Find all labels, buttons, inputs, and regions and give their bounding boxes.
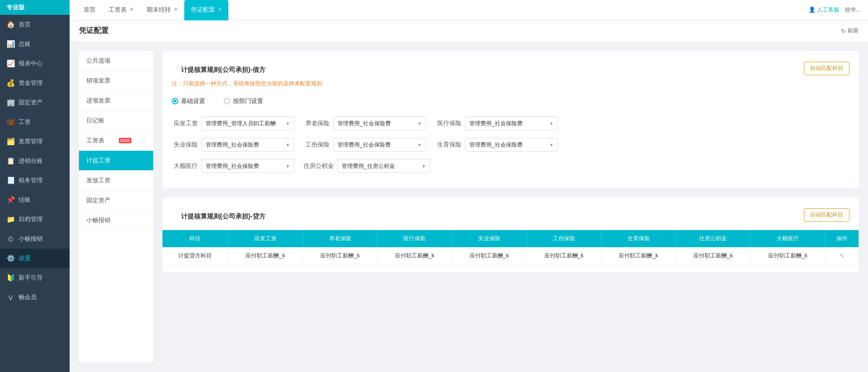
sidebar-item-invoice-management[interactable]: 🗂️发票管理 xyxy=(0,132,70,151)
form-field-gsbx: 工伤保险 管理费用_社会保险费 ▼ xyxy=(304,138,426,152)
tab-voucher-config[interactable]: 凭证配置 ✕ xyxy=(184,0,228,20)
form-field-sybx2: 生育保险 管理费用_社会保险费 ▼ xyxy=(435,138,558,152)
left-nav-label-accrued-salary: 计提工资 xyxy=(86,156,110,165)
sidebar-item-purchase-sales[interactable]: 📋进销台账 xyxy=(0,151,70,171)
td-7: 应付职工薪酬_k xyxy=(676,247,751,265)
sidebar-label-salary: 工资 xyxy=(19,118,31,126)
sidebar-label-report-center: 报表中心 xyxy=(19,59,43,68)
general-ledger-icon: 📊 xyxy=(6,40,15,48)
credit-auto-match-button[interactable]: 自动匹配科目 xyxy=(804,208,849,222)
page-title: 凭证配置 xyxy=(79,26,109,36)
th-工伤保险: 工伤保险 xyxy=(527,230,602,247)
sidebar-item-xiao-chang-expense[interactable]: ©小畅报销 xyxy=(0,229,70,249)
radio-dept-setup[interactable]: 按部门设置 xyxy=(224,97,263,105)
sidebar: 专业版 🏠首页📊总账📈报表中心💰资金管理🏢固定资产💼工资🗂️发票管理📋进销台账🧾… xyxy=(0,0,70,372)
form-select-sybx2[interactable]: 管理费用_社会保险费 ▼ xyxy=(465,138,558,152)
form-select-value-ylbx: 管理费用_社会保险费 xyxy=(337,120,391,128)
sidebar-item-settings[interactable]: ⚙️设置 xyxy=(0,249,70,268)
left-nav-item-sales-invoice[interactable]: 销项发票 xyxy=(79,71,153,91)
radio-basic-circle xyxy=(172,98,178,104)
form-select-yfgz[interactable]: 管理费用_管理人员职工薪酬 ▼ xyxy=(201,116,294,130)
sidebar-label-home: 首页 xyxy=(19,20,31,29)
refresh-button[interactable]: ↻ 刷新 xyxy=(841,27,859,35)
chevron-down-icon-ylbx2: ▼ xyxy=(549,121,554,126)
sidebar-item-salary[interactable]: 💼工资 xyxy=(0,112,70,132)
form-select-sybx[interactable]: 管理费用_社会保险费 ▼ xyxy=(201,138,294,152)
report-center-icon: 📈 xyxy=(6,59,15,68)
form-field-daly: 大额医疗 管理费用_社会保险费 ▼ xyxy=(172,159,294,173)
sidebar-label-fixed-assets: 固定资产 xyxy=(19,98,43,107)
debit-form-rows: 应发工资 管理费用_管理人员职工薪酬 ▼ 养老保险 管理费用_社会保险费 ▼ 医… xyxy=(162,113,859,188)
form-select-daly[interactable]: 管理费用_社会保险费 ▼ xyxy=(201,159,294,173)
form-label-sybx: 失业保险 xyxy=(172,141,198,149)
left-nav-label-fixed-assets: 固定资产 xyxy=(86,196,110,205)
left-nav-item-xiao-chang-expense[interactable]: 小畅报销 xyxy=(79,211,153,231)
tab-period-close[interactable]: 期末结转 ✕ xyxy=(140,0,184,20)
sidebar-item-fund-management[interactable]: 💰资金管理 xyxy=(0,73,70,93)
sidebar-item-fixed-assets[interactable]: 🏢固定资产 xyxy=(0,93,70,112)
sidebar-label-archive-management: 归档管理 xyxy=(19,215,43,224)
edit-icon[interactable]: ✎ xyxy=(840,253,844,259)
customer-service-link[interactable]: 👤 人工客服 xyxy=(809,6,839,14)
credit-section-title: 计提核算规则(公司承担)-贷方 xyxy=(172,205,275,224)
form-label-ylbx2: 医疗保险 xyxy=(435,119,461,128)
left-nav-item-public-options[interactable]: 公共选项 xyxy=(79,51,153,71)
sidebar-label-general-ledger: 总账 xyxy=(19,40,31,48)
tab-close-voucher-config[interactable]: ✕ xyxy=(218,6,222,13)
left-nav-item-fixed-assets[interactable]: 固定资产 xyxy=(79,191,153,211)
th-生育保险: 生育保险 xyxy=(601,230,676,247)
tab-close-period-close[interactable]: ✕ xyxy=(174,6,178,13)
tab-close-salary-table[interactable]: ✕ xyxy=(130,6,134,13)
tax-management-icon: 🧾 xyxy=(6,176,15,185)
sidebar-label-tax-management: 税务管理 xyxy=(19,176,43,185)
chevron-down-icon-gsbx: ▼ xyxy=(417,142,422,148)
form-select-value-sybx2: 管理费用_社会保险费 xyxy=(469,141,523,149)
sidebar-item-archive-management[interactable]: 📁归档管理 xyxy=(0,210,70,229)
radio-basic-label: 基础设置 xyxy=(181,97,205,105)
sidebar-item-home[interactable]: 🏠首页 xyxy=(0,15,70,34)
left-nav-item-pay-salary[interactable]: 发放工资 xyxy=(79,171,153,191)
td-6: 应付职工薪酬_k xyxy=(601,247,676,265)
sidebar-item-tax-management[interactable]: 🧾税务管理 xyxy=(0,171,70,190)
form-select-ylbx[interactable]: 管理费用_社会保险费 ▼ xyxy=(333,116,426,130)
th-失业保险: 失业保险 xyxy=(452,230,527,247)
form-select-gsbx[interactable]: 管理费用_社会保险费 ▼ xyxy=(333,138,426,152)
sidebar-label-invoice-management: 发票管理 xyxy=(19,137,43,146)
form-label-yfgz: 应发工资 xyxy=(172,119,198,128)
left-nav-label-purchase-invoice: 进项发票 xyxy=(86,96,110,105)
debit-section-note: 注：只能选择一种方式，系统将按照您当前的选择来配置规则 xyxy=(162,78,859,93)
left-nav-item-purchase-invoice[interactable]: 进项发票 xyxy=(79,91,153,111)
debit-form-row-2: 失业保险 管理费用_社会保险费 ▼ 工伤保险 管理费用_社会保险费 ▼ 生育保险… xyxy=(172,138,849,152)
left-nav-label-journal: 日记账 xyxy=(86,116,104,125)
radio-basic-setup[interactable]: 基础设置 xyxy=(172,97,205,105)
sidebar-label-closing: 结账 xyxy=(19,196,31,204)
sidebar-item-vip-member[interactable]: V畅会员 xyxy=(0,288,70,307)
sidebar-item-new-guide[interactable]: 🔰新手引导 xyxy=(0,268,70,288)
th-住房公积金: 住房公积金 xyxy=(676,230,751,247)
tab-salary-table[interactable]: 工资表 ✕ xyxy=(102,0,140,20)
archive-management-icon: 📁 xyxy=(6,215,15,224)
closing-icon: 📌 xyxy=(6,196,15,204)
debit-auto-match-button[interactable]: 自动匹配科目 xyxy=(804,62,849,75)
xiao-chang-expense-icon: © xyxy=(6,235,15,243)
tab-home[interactable]: 首页 xyxy=(77,0,102,20)
form-select-gjj[interactable]: 管理费用_住房公积金 ▼ xyxy=(337,159,430,173)
table-row: 计提贷方科目应付职工薪酬_k应付职工薪酬_k应付职工薪酬_k应付职工薪酬_k应付… xyxy=(162,247,859,265)
left-nav-item-accrued-salary[interactable]: 计提工资 xyxy=(79,151,153,171)
form-select-ylbx2[interactable]: 管理费用_社会保险费 ▼ xyxy=(465,116,558,130)
sidebar-item-general-ledger[interactable]: 📊总账 xyxy=(0,34,70,54)
sidebar-item-closing[interactable]: 📌结账 xyxy=(0,190,70,210)
sidebar-label-settings: 设置 xyxy=(19,254,31,263)
debit-section-title: 计提核算规则(公司承担)-借方 xyxy=(172,58,275,78)
form-label-gsbx: 工伤保险 xyxy=(304,141,330,149)
th-养老保险: 养老保险 xyxy=(303,230,377,247)
left-nav-item-salary-table[interactable]: 工资表NEW› xyxy=(79,131,153,151)
left-nav-item-journal[interactable]: 日记账 xyxy=(79,111,153,131)
form-label-ylbx: 养老保险 xyxy=(304,119,330,128)
sidebar-item-report-center[interactable]: 📈报表中心 xyxy=(0,54,70,73)
radio-dept-label: 按部门设置 xyxy=(233,97,263,105)
invoice-management-icon: 🗂️ xyxy=(6,137,15,146)
content-area: 公共选项销项发票进项发票日记账工资表NEW›计提工资发放工资固定资产小畅报销 计… xyxy=(70,42,868,372)
chevron-down-icon-sybx: ▼ xyxy=(285,142,290,148)
td-action[interactable]: ✎ xyxy=(825,247,859,265)
